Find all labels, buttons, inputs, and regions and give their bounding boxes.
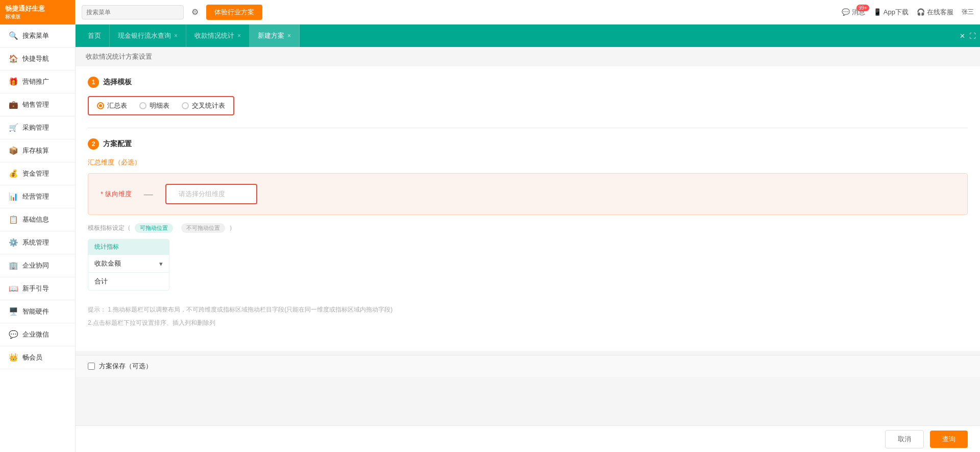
tip-1: 提示： 1.拖动标题栏可以调整布局，不可跨维度或指标区域拖动栏目字段(只能在同一… xyxy=(88,304,968,316)
tab-expand[interactable]: ⛶ xyxy=(969,32,976,40)
form-container: 1 选择模板 汇总表 明细表 交叉统计表 xyxy=(76,66,980,351)
stats-cell-total: 合计 xyxy=(94,277,163,286)
tab-new-plan-label: 新建方案 xyxy=(258,31,284,40)
stats-table-header: 统计指标 xyxy=(88,240,169,254)
radio-summary[interactable]: 汇总表 xyxy=(97,101,127,110)
service-item[interactable]: 🎧 在线客服 xyxy=(917,8,953,17)
dimension-label-text: 汇总维度（必选） xyxy=(88,158,141,166)
dimension-area: 纵向维度 — 请选择分组维度 xyxy=(88,173,968,215)
dimension-selector[interactable]: 请选择分组维度 xyxy=(165,184,257,204)
metrics-label-end: ） xyxy=(229,224,235,232)
topbar-left: ⚙ 体验行业方案 xyxy=(82,5,262,20)
stats-row-total[interactable]: 合计 xyxy=(88,272,169,290)
radio-detail[interactable]: 明细表 xyxy=(139,101,169,110)
wechat-icon: 💬 xyxy=(8,329,18,340)
hardware-icon: 🖥️ xyxy=(8,306,18,317)
gear-icon[interactable]: ⚙ xyxy=(188,5,202,19)
download-item[interactable]: 📱 App下载 xyxy=(873,8,909,17)
sidebar-item-label: 搜索菜单 xyxy=(22,31,49,40)
notification-item[interactable]: 💬 消息 99+ xyxy=(842,8,865,17)
sidebar-item-label: 资金管理 xyxy=(22,169,49,178)
radio-summary-label: 汇总表 xyxy=(107,101,127,110)
sidebar-item-member[interactable]: 👑 畅会员 xyxy=(0,346,75,369)
sidebar-item-purchase[interactable]: 🛒 采购管理 xyxy=(0,116,75,139)
logo-sub: 标准版 xyxy=(5,13,45,20)
tab-receipts[interactable]: 收款情况统计 × xyxy=(186,25,250,47)
sidebar-item-quicknav[interactable]: 🏠 快捷导航 xyxy=(0,47,75,70)
tips-section: 提示： 1.拖动标题栏可以调整布局，不可跨维度或指标区域拖动栏目字段(只能在同一… xyxy=(88,304,968,328)
dimension-label: 汇总维度（必选） xyxy=(88,158,968,167)
divider1 xyxy=(88,128,968,128)
page-content: 收款情况统计方案设置 1 选择模板 汇总表 明细表 xyxy=(76,47,980,452)
tip-2: 2.点击标题栏下拉可设置排序、插入列和删除列 xyxy=(88,318,968,329)
sidebar-item-basics[interactable]: 📋 基础信息 xyxy=(0,208,75,231)
stats-row-payment[interactable]: 收款金额 ▾ xyxy=(88,254,169,272)
system-icon: ⚙️ xyxy=(8,237,18,248)
sidebar-item-label: 销售管理 xyxy=(22,100,49,109)
save-label: 方案保存（可选） xyxy=(99,362,152,371)
sidebar-item-hardware[interactable]: 🖥️ 智能硬件 xyxy=(0,300,75,323)
message-icon: 💬 xyxy=(842,8,850,16)
step2-number: 2 xyxy=(88,138,99,150)
sidebar-item-finance[interactable]: 💰 资金管理 xyxy=(0,162,75,185)
radio-cross-dot xyxy=(182,102,189,109)
search-input[interactable] xyxy=(82,5,184,19)
breadcrumb-text: 收款情况统计方案设置 xyxy=(86,53,152,60)
sidebar-item-guide[interactable]: 📖 新手引导 xyxy=(0,277,75,300)
member-icon: 👑 xyxy=(8,352,18,363)
metrics-section: 模板指标设定（ 可拖动位置 不可拖动位置 ） 统计指标 收款金额 ▾ xyxy=(88,223,968,292)
sidebar-item-label: 快捷导航 xyxy=(22,54,49,63)
sidebar-item-sales[interactable]: 💼 销售管理 xyxy=(0,93,75,116)
tab-new-plan[interactable]: 新建方案 × xyxy=(250,25,300,47)
tab-new-plan-close[interactable]: × xyxy=(287,32,291,39)
sidebar-item-label: 企业微信 xyxy=(22,330,49,339)
sidebar-item-operations[interactable]: 📊 经营管理 xyxy=(0,185,75,208)
notification-badge: 99+ xyxy=(856,5,869,11)
service-icon: 🎧 xyxy=(917,8,925,16)
sidebar-item-label: 新手引导 xyxy=(22,284,49,293)
industry-button[interactable]: 体验行业方案 xyxy=(206,5,262,20)
tab-home[interactable]: 首页 xyxy=(80,25,110,47)
operations-icon: 📊 xyxy=(8,192,18,202)
template-radio-group: 汇总表 明细表 交叉统计表 xyxy=(88,96,234,115)
purchase-icon: 🛒 xyxy=(8,123,18,133)
stats-cell-payment: 收款金额 xyxy=(94,259,159,268)
sidebar-item-label: 营销推广 xyxy=(22,77,49,86)
sidebar-item-search[interactable]: 🔍 搜索菜单 xyxy=(0,25,75,47)
sidebar-item-enterprise[interactable]: 🏢 企业协同 xyxy=(0,254,75,277)
tabbar: 首页 现金银行流水查询 × 收款情况统计 × 新建方案 × ✕ ⛶ xyxy=(76,25,980,47)
dimension-placeholder: 请选择分组维度 xyxy=(179,189,225,199)
guide-icon: 📖 xyxy=(8,283,18,294)
tab-close-window[interactable]: ✕ xyxy=(960,32,965,40)
radio-cross-label: 交叉统计表 xyxy=(192,101,225,110)
stats-cell-dropdown[interactable]: ▾ xyxy=(159,260,163,268)
basics-icon: 📋 xyxy=(8,215,18,225)
step1-number: 1 xyxy=(88,77,99,88)
sidebar-item-label: 采购管理 xyxy=(22,123,49,132)
cancel-button[interactable]: 取消 xyxy=(885,430,924,448)
step1-title: 1 选择模板 xyxy=(88,77,968,88)
tab-receipts-close[interactable]: × xyxy=(237,32,241,39)
sidebar-item-system[interactable]: ⚙️ 系统管理 xyxy=(0,231,75,254)
topbar-right: 💬 消息 99+ 📱 App下载 🎧 在线客服 张三 xyxy=(842,8,974,17)
arrow-icon: — xyxy=(144,189,153,200)
sidebar-item-inventory[interactable]: 📦 库存核算 xyxy=(0,139,75,162)
sidebar-item-wechat[interactable]: 💬 企业微信 xyxy=(0,323,75,346)
save-checkbox[interactable] xyxy=(88,363,95,370)
tab-cashflow-close[interactable]: × xyxy=(174,32,178,39)
step2-label: 方案配置 xyxy=(103,139,132,149)
step1-section: 1 选择模板 汇总表 明细表 交叉统计表 xyxy=(88,77,968,115)
step2-section: 2 方案配置 汇总维度（必选） 纵向维度 — 请选择分组维度 xyxy=(88,138,968,328)
logo: 畅捷通好生意 标准版 xyxy=(0,0,75,25)
user-item[interactable]: 张三 xyxy=(962,8,974,16)
sidebar-item-label: 畅会员 xyxy=(22,353,42,362)
download-label: App下载 xyxy=(884,8,909,17)
sidebar-item-marketing[interactable]: 🎁 营销推广 xyxy=(0,70,75,93)
stats-table: 统计指标 收款金额 ▾ 合计 xyxy=(88,239,169,291)
radio-cross[interactable]: 交叉统计表 xyxy=(182,101,225,110)
tab-receipts-label: 收款情况统计 xyxy=(194,31,234,40)
metrics-label-text: 模板指标设定（ xyxy=(88,224,131,232)
user-name: 张三 xyxy=(962,8,974,16)
tab-cashflow[interactable]: 现金银行流水查询 × xyxy=(110,25,186,47)
query-button[interactable]: 查询 xyxy=(930,431,968,448)
